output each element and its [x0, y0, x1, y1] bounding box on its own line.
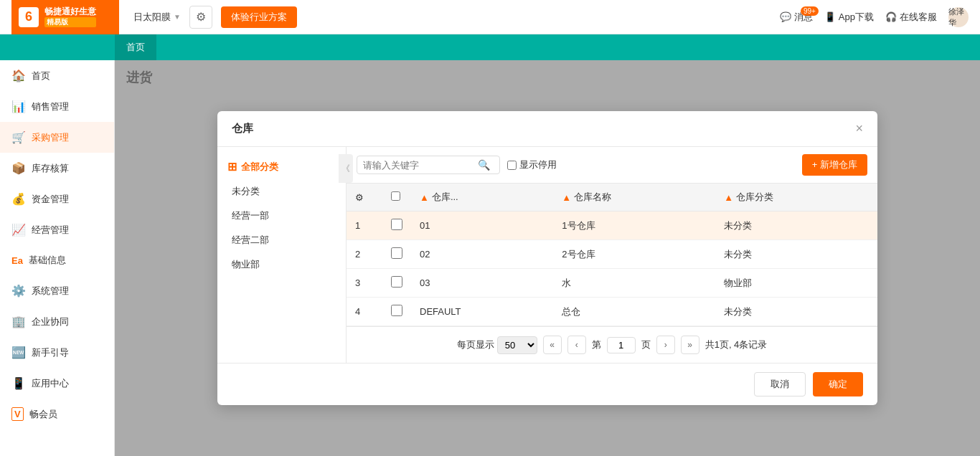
- sidebar-item-apps[interactable]: 📱 应用中心: [0, 368, 114, 399]
- sidebar-item-inventory[interactable]: 📦 库存核算: [0, 153, 114, 184]
- inventory-icon: 📦: [11, 161, 26, 175]
- category-item-1[interactable]: 经营一部: [217, 204, 346, 228]
- category-panel: ⊞ 全部分类 未分类 经营一部 经营二部 物业部: [217, 147, 347, 363]
- th-index: ⚙: [347, 184, 382, 212]
- main-layout: 🏠 首页 📊 销售管理 🛒 采购管理 📦 库存核算 💰 资金管理 📈 经营管理 …: [0, 60, 980, 456]
- search-input[interactable]: [363, 160, 478, 171]
- row-checkbox-1[interactable]: [391, 247, 402, 259]
- page-size-select[interactable]: 50 100 200: [497, 336, 537, 354]
- sidebar-item-purchase[interactable]: 🛒 采购管理: [0, 122, 114, 153]
- sort-code[interactable]: ▲ 仓库...: [420, 191, 545, 204]
- page-number-input[interactable]: [607, 337, 636, 353]
- table-row[interactable]: 3 03 水 物业部: [347, 269, 877, 298]
- sidebar-item-home[interactable]: 🏠 首页: [0, 60, 114, 91]
- row-name: 2号仓库: [553, 240, 715, 269]
- grid-icon: ⊞: [227, 160, 237, 174]
- row-checkbox-cell: [382, 298, 411, 326]
- first-page-button[interactable]: «: [543, 336, 562, 354]
- add-warehouse-button[interactable]: + 新增仓库: [802, 154, 867, 176]
- sort-code-icon: ▲: [420, 192, 429, 203]
- modal-close-button[interactable]: ×: [855, 121, 863, 136]
- modal-header: 仓库 ×: [217, 111, 877, 147]
- row-name: 总仓: [553, 298, 715, 326]
- finance-icon: 💰: [11, 192, 26, 206]
- prev-page-button[interactable]: ‹: [567, 336, 586, 354]
- next-page-button[interactable]: ›: [656, 336, 675, 354]
- sidebar-item-management[interactable]: 📈 经营管理: [0, 214, 114, 245]
- category-item-0[interactable]: 未分类: [217, 179, 346, 204]
- user-menu[interactable]: 徐泽华: [948, 7, 969, 27]
- message-badge: 99+: [801, 6, 819, 16]
- search-icon[interactable]: 🔍: [478, 159, 490, 171]
- app-download-button[interactable]: 📱 App下载: [824, 11, 874, 24]
- row-checkbox-2[interactable]: [391, 276, 402, 288]
- table-row[interactable]: 2 02 2号仓库 未分类: [347, 240, 877, 269]
- row-code: 03: [411, 269, 553, 298]
- sidebar-item-member[interactable]: V 畅会员: [0, 399, 114, 429]
- logo-area: 6 畅捷通好生意 精易版: [11, 0, 119, 34]
- apps-icon: 📱: [11, 376, 26, 390]
- category-item-3[interactable]: 物业部: [217, 252, 346, 277]
- th-checkbox: [382, 184, 411, 212]
- cancel-button[interactable]: 取消: [754, 372, 806, 396]
- category-item-2[interactable]: 经营二部: [217, 228, 346, 252]
- row-code: 01: [411, 212, 553, 240]
- phone-icon: 📱: [824, 11, 836, 22]
- settings-button[interactable]: ⚙: [189, 6, 212, 29]
- modal-overlay: 仓库 × ⊞ 全部分类 未分类 经营一: [115, 60, 980, 456]
- sidebar-item-basic-info[interactable]: Ea 基础信息: [0, 245, 114, 275]
- row-code: DEFAULT: [411, 298, 553, 326]
- row-name: 水: [553, 269, 715, 298]
- message-icon: 💬: [780, 11, 791, 22]
- trial-button[interactable]: 体验行业方案: [221, 6, 297, 28]
- sort-category[interactable]: ▲ 仓库分类: [724, 191, 869, 204]
- headset-icon: 🎧: [885, 11, 897, 22]
- nav-home[interactable]: 首页: [115, 34, 156, 60]
- th-name: ▲ 仓库名称: [553, 184, 715, 212]
- logo-text: 畅捷通好生意 精易版: [44, 6, 96, 27]
- sidebar-label-member: 畅会员: [29, 408, 57, 421]
- nav-bar: 首页: [0, 34, 980, 60]
- total-info: 共1页, 4条记录: [705, 338, 768, 351]
- sidebar-item-guide[interactable]: 🆕 新手引导: [0, 337, 114, 368]
- table-row[interactable]: 1 01 1号仓库 未分类: [347, 212, 877, 240]
- sidebar-label-system: 系统管理: [32, 285, 69, 298]
- show-disabled-label[interactable]: 显示停用: [507, 158, 557, 171]
- logo-name: 畅捷通好生意: [44, 6, 96, 16]
- sort-name[interactable]: ▲ 仓库名称: [562, 191, 707, 204]
- show-disabled-checkbox[interactable]: [507, 161, 517, 170]
- select-all-checkbox[interactable]: [391, 191, 400, 201]
- collapse-panel-button[interactable]: 《: [339, 154, 353, 183]
- row-index: 2: [347, 240, 382, 269]
- table-toolbar: 🔍 显示停用 + 新增仓库: [347, 147, 877, 184]
- row-checkbox-0[interactable]: [391, 219, 402, 230]
- basic-info-icon: Ea: [11, 255, 23, 266]
- sidebar-item-system[interactable]: ⚙️ 系统管理: [0, 275, 114, 306]
- search-box: 🔍: [357, 156, 500, 174]
- warehouse-table: ⚙ ▲ 仓库...: [347, 184, 877, 326]
- messages-button[interactable]: 💬 消息 99+: [780, 11, 813, 24]
- warehouse-modal: 仓库 × ⊞ 全部分类 未分类 经营一: [217, 111, 877, 405]
- content-area: 进货 仓库 × ⊞ 全部分类: [115, 60, 980, 456]
- all-categories-item[interactable]: ⊞ 全部分类: [217, 154, 346, 179]
- confirm-button[interactable]: 确定: [813, 372, 863, 396]
- sidebar-item-finance[interactable]: 💰 资金管理: [0, 184, 114, 214]
- row-checkbox-3[interactable]: [391, 305, 402, 316]
- sidebar-item-enterprise[interactable]: 🏢 企业协同: [0, 306, 114, 337]
- header-right: 💬 消息 99+ 📱 App下载 🎧 在线客服 徐泽华: [780, 7, 969, 27]
- sidebar-label-inventory: 库存核算: [32, 162, 69, 175]
- modal-title: 仓库: [232, 122, 253, 136]
- home-icon: 🏠: [11, 69, 26, 82]
- last-page-button[interactable]: »: [681, 336, 699, 354]
- all-categories-label: 全部分类: [241, 161, 278, 174]
- table-header: ⚙ ▲ 仓库...: [347, 184, 877, 212]
- table-row[interactable]: 4 DEFAULT 总仓 未分类: [347, 298, 877, 326]
- online-service-button[interactable]: 🎧 在线客服: [885, 11, 937, 24]
- row-index: 3: [347, 269, 382, 298]
- sort-name-icon: ▲: [562, 192, 571, 203]
- store-selector[interactable]: 日太阳膜 ▼: [133, 11, 181, 24]
- sidebar-item-sales[interactable]: 📊 销售管理: [0, 91, 114, 122]
- sidebar-label-basic-info: 基础信息: [29, 254, 66, 267]
- sidebar-label-management: 经营管理: [32, 224, 69, 237]
- sales-icon: 📊: [11, 100, 26, 113]
